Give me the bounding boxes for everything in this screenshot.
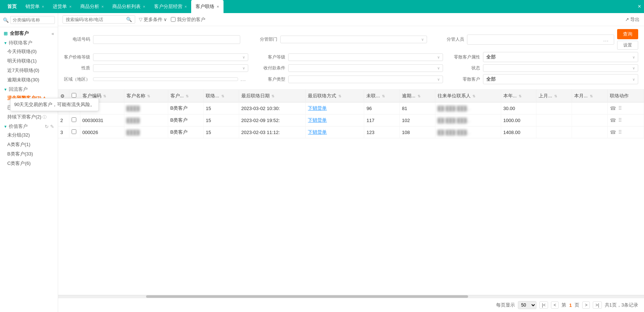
tab-customer-tier[interactable]: 客户分层经营 × [150,0,191,13]
tab-purchase[interactable]: 进货单 × [48,0,76,13]
select-all-checkbox[interactable] [72,93,76,98]
sidebar-item-ungroup[interactable]: 未分组(32) [0,130,58,140]
customer-type-field: 客户类型 ∨ [259,76,443,83]
sidebar-item-today[interactable]: 今天待联络(0) [0,47,58,56]
value-edit-icon[interactable]: ✎ [50,124,54,129]
customer-type-chevron-icon: ∨ [437,77,440,81]
close-customer-tier-tab[interactable]: × [185,4,187,9]
region-select[interactable] [93,77,238,81]
query-btn[interactable]: 查询 [617,29,638,39]
row-last-contact-method[interactable]: 下销货单 [306,126,364,138]
sidebar-group-pending[interactable]: ▼ 待联络客户 [0,38,58,47]
more-actions-icon[interactable]: ⠿ [618,105,622,111]
row-last-contact-method-link[interactable]: 下销货单 [308,105,327,111]
tab-analysis-list[interactable]: 商品分析列表 × [108,0,149,13]
nature-select[interactable]: ∨ [93,64,248,72]
per-page-select[interactable]: 50 100 [518,301,536,309]
row-last-contact-method-link[interactable]: 下销货单 [308,117,327,123]
tab-analysis[interactable]: 商品分析 × [76,0,108,13]
row-this-month [572,126,608,138]
call-icon[interactable]: ☎ [610,129,616,135]
manager-more-icon[interactable]: … [601,36,611,43]
my-customers-checkbox[interactable] [171,17,176,22]
my-customers-checkbox-area[interactable]: 我分管的客户 [171,16,205,23]
col-last-contact-method[interactable]: 最后联络方式 ⇅ [306,90,364,102]
row-select-checkbox[interactable] [72,117,76,122]
nature-field: 性质 ∨ [64,64,248,72]
row-last-contact-method[interactable]: 下销货单 [306,114,364,126]
col-unit-contact[interactable]: 往来单位联系人 ⇅ [435,90,501,102]
region-more-icon[interactable]: … [238,76,248,82]
first-page-btn[interactable]: |< [539,301,548,309]
retail-customer-label: 零散客户 [454,76,483,82]
close-sales-tab[interactable]: × [42,4,44,9]
sidebar-item-overdue[interactable]: 逾期未联络(30) [0,75,58,85]
more-actions-icon[interactable]: ⠿ [618,117,622,123]
sidebar-item-class-c[interactable]: C类客户(6) [0,159,58,168]
next-page-btn[interactable]: > [582,301,590,309]
phone-input[interactable] [93,35,240,44]
sidebar-group-value[interactable]: ▼ 价值客户 ↻ ✎ [0,122,58,130]
row-action-btns: ☎ ⠿ [610,105,641,111]
payment-select[interactable]: ∨ [288,64,443,72]
tab-customer-link[interactable]: 客户联络 × [191,0,223,13]
filter-search-input[interactable] [66,17,125,22]
row-last-contact-method[interactable]: 下销货单 [306,102,364,114]
col-last-month[interactable]: 上月... ⇅ [536,90,572,102]
row-name: ████ [124,114,168,126]
prev-page-btn[interactable]: < [551,301,559,309]
sidebar-item-class-a[interactable]: A类客户(1) [0,140,58,149]
close-analysis-list-tab[interactable]: × [143,4,145,9]
sidebar-group-churn[interactable]: ▼ 回流客户 [0,85,58,93]
col-uncontacted[interactable]: 未联... ⇅ [364,90,400,102]
retail-attr-select[interactable]: 全部 ∨ [483,52,638,62]
call-icon[interactable]: ☎ [610,117,616,123]
last-page-btn[interactable]: >| [593,301,601,309]
row-code: 00030031 [80,114,124,126]
grade-select[interactable]: ∨ [288,53,443,61]
retail-customer-select[interactable]: 全部 ∨ [483,74,638,84]
sidebar: 🔍 ⊞ 全部客户 « ▼ 待联络客户 今天待联络(0) 明天待联络(1) 近7天… [0,13,58,312]
sidebar-item-class-b[interactable]: B类客户(33) [0,149,58,159]
tab-home[interactable]: 首页 [3,0,21,13]
row-last-contact-method-link[interactable]: 下销货单 [308,129,327,135]
window-close-btn[interactable]: × [638,3,641,10]
row-this-year: 1000.00 [501,114,536,126]
status-label: 状态 [454,65,483,71]
col-contact[interactable]: 联络... ⇅ [204,90,239,102]
tab-sales[interactable]: 销货单 × [21,0,48,13]
status-select[interactable]: ∨ [483,64,638,72]
filter-search-btn[interactable]: 🔍 [126,17,132,22]
manager-select[interactable]: … [467,35,614,45]
dept-select[interactable]: ∨ [280,36,427,43]
all-customers-header[interactable]: ⊞ 全部客户 « [0,27,58,38]
grade-chevron-icon: ∨ [437,55,440,59]
col-this-month[interactable]: 本月... ⇅ [572,90,608,102]
more-conditions-btn[interactable]: ▽ 更多条件 ∨ [139,16,167,23]
close-customer-link-tab[interactable]: × [217,4,219,9]
row-this-year: 1408.00 [501,126,536,138]
sidebar-search-input[interactable] [10,16,55,24]
col-overdue[interactable]: 逾期... ⇅ [400,90,435,102]
value-refresh-icon[interactable]: ↻ [45,124,49,129]
col-name[interactable]: 客户名称 ⇅ [124,90,168,102]
sidebar-item-week[interactable]: 近7天待联络(0) [0,66,58,75]
col-last-contact-date[interactable]: 最后联络日期 ⇅ [239,90,306,102]
call-icon[interactable]: ☎ [610,105,616,111]
close-purchase-tab[interactable]: × [69,4,71,9]
horizontal-scrollbar[interactable] [58,295,644,298]
price-level-select[interactable]: ∨ [93,53,248,61]
close-analysis-tab[interactable]: × [101,4,104,9]
sidebar-item-tomorrow[interactable]: 明天待联络(1) [0,56,58,66]
row-select-checkbox[interactable] [72,129,76,134]
export-btn[interactable]: ↗ 导出 [625,16,640,23]
scroll-thumb[interactable] [146,295,468,298]
collapse-sidebar-btn[interactable]: « [52,31,54,36]
phone-field: 电话号码 [64,35,240,44]
more-actions-icon[interactable]: ⠿ [618,129,622,135]
col-category[interactable]: 客户... ⇅ [168,90,204,102]
col-this-year[interactable]: 本年... ⇅ [501,90,536,102]
customer-type-select[interactable]: ∨ [288,76,443,83]
sidebar-item-churn-down[interactable]: 持续下滑客户(2) ⓘ [0,112,58,122]
settings-btn[interactable]: 设置 [617,41,638,50]
